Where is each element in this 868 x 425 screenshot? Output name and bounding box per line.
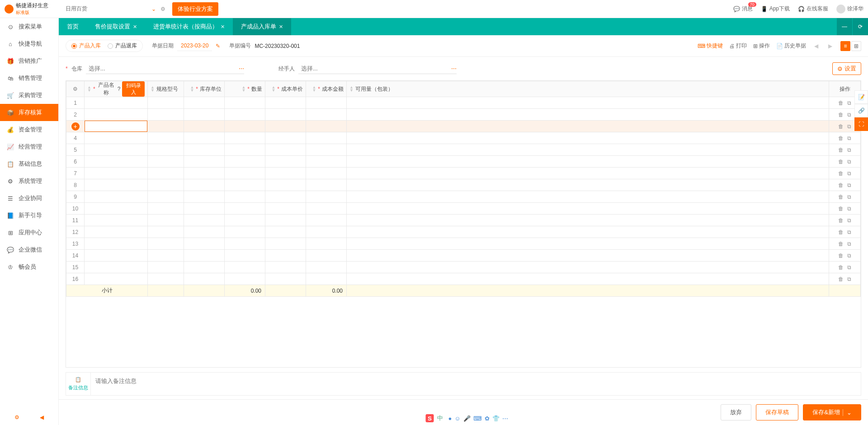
product-name-cell[interactable] (85, 238, 148, 250)
sort-icon[interactable]: ▲▼ (349, 86, 354, 92)
remarks-input[interactable] (91, 373, 861, 395)
copy-row-icon[interactable]: ⧉ (847, 100, 851, 106)
tab[interactable]: 进货单统计表（按商品）✕ (145, 18, 233, 35)
sidebar-item[interactable]: ⊙搜索菜单 (0, 18, 58, 35)
copy-row-icon[interactable]: ⧉ (847, 112, 851, 118)
delete-row-icon[interactable]: 🗑 (838, 252, 844, 259)
sidebar-item[interactable]: 📋基础信息 (0, 155, 58, 173)
print-link[interactable]: 🖨打印 (729, 42, 747, 50)
app-download-link[interactable]: 📱 App下载 (761, 5, 790, 13)
warehouse-select[interactable] (86, 63, 244, 74)
product-name-cell[interactable] (85, 156, 148, 168)
gear-icon[interactable]: ⚙ (160, 6, 165, 12)
discard-button[interactable]: 放弃 (721, 404, 751, 420)
sort-icon[interactable]: ▲▼ (190, 86, 194, 92)
add-row-button[interactable]: + (71, 122, 80, 131)
delete-row-icon[interactable]: 🗑 (838, 229, 844, 235)
delete-row-icon[interactable]: 🗑 (838, 194, 844, 200)
view-list-button[interactable]: ≡ (840, 41, 850, 51)
table-row[interactable]: 6🗑⧉ (66, 156, 861, 168)
tab[interactable]: 产成品入库单✕ (233, 18, 291, 35)
tab[interactable]: 首页 (59, 18, 87, 35)
table-row[interactable]: 14🗑⧉ (66, 250, 861, 262)
copy-row-icon[interactable]: ⧉ (847, 241, 851, 247)
copy-row-icon[interactable]: ⧉ (847, 170, 851, 177)
copy-row-icon[interactable]: ⧉ (847, 276, 851, 282)
sort-icon[interactable]: ▲▼ (271, 86, 275, 92)
save-draft-button[interactable]: 保存草稿 (756, 404, 798, 420)
product-name-cell[interactable] (85, 97, 148, 109)
table-row[interactable]: 11🗑⧉ (66, 215, 861, 226)
product-name-input[interactable] (85, 121, 147, 132)
close-icon[interactable]: ✕ (133, 24, 137, 30)
online-service-link[interactable]: 🎧 在线客服 (798, 5, 828, 13)
messages-link[interactable]: 💬 消息 70 (733, 5, 753, 13)
tab-minimize-button[interactable]: — (837, 18, 852, 35)
product-name-cell[interactable] (85, 262, 148, 273)
table-row[interactable]: 12🗑⧉ (66, 226, 861, 238)
product-name-cell[interactable] (85, 203, 148, 215)
setting-button[interactable]: ⚙设置 (832, 62, 861, 75)
prev-doc-button[interactable]: ◀ (812, 43, 820, 49)
sidebar-item[interactable]: 🎁营销推广 (0, 52, 58, 70)
product-name-cell[interactable] (85, 226, 148, 238)
delete-row-icon[interactable]: 🗑 (838, 135, 844, 141)
product-name-cell[interactable] (85, 215, 148, 226)
sidebar-item[interactable]: 💬企业微信 (0, 241, 58, 258)
copy-row-icon[interactable]: ⧉ (847, 194, 851, 200)
product-name-cell[interactable] (85, 168, 148, 179)
collapse-icon[interactable]: ◀ (40, 414, 44, 420)
next-doc-button[interactable]: ▶ (826, 43, 834, 49)
table-row[interactable]: 15🗑⧉ (66, 262, 861, 273)
try-industry-button[interactable]: 体验行业方案 (172, 2, 218, 16)
view-card-button[interactable]: ⊞ (851, 41, 861, 51)
copy-row-icon[interactable]: ⧉ (847, 159, 851, 165)
table-row[interactable]: 4🗑⧉ (66, 132, 861, 144)
user-menu[interactable]: 徐泽华 (836, 5, 863, 14)
sidebar-item[interactable]: ⚙系统管理 (0, 173, 58, 190)
org-selector[interactable]: 日用百货 ⌄ (66, 5, 156, 13)
doc-date-value[interactable]: 2023-03-20 (177, 41, 212, 51)
settings-icon[interactable]: ⚙ (14, 414, 19, 420)
product-name-cell[interactable] (85, 144, 148, 156)
table-row[interactable]: 2🗑⧉ (66, 109, 861, 121)
table-row[interactable]: 13🗑⧉ (66, 238, 861, 250)
table-row[interactable]: 1🗑⧉ (66, 97, 861, 109)
float-expand-button[interactable]: ⛶ (854, 117, 868, 131)
copy-row-icon[interactable]: ⧉ (847, 217, 851, 224)
tab-refresh-button[interactable]: ⟳ (853, 18, 868, 35)
delete-row-icon[interactable]: 🗑 (838, 170, 844, 177)
delete-row-icon[interactable]: 🗑 (838, 217, 844, 224)
help-icon[interactable]: ? (118, 86, 121, 92)
radio-product-out[interactable]: 产品退库 (108, 42, 137, 50)
table-row[interactable]: 7🗑⧉ (66, 168, 861, 179)
delete-row-icon[interactable]: 🗑 (838, 276, 844, 282)
copy-row-icon[interactable]: ⧉ (847, 252, 851, 259)
sort-icon[interactable]: ▲▼ (151, 86, 155, 92)
copy-row-icon[interactable]: ⧉ (847, 123, 851, 130)
close-icon[interactable]: ✕ (279, 24, 283, 30)
float-note-button[interactable]: 📝 (854, 90, 868, 104)
delete-row-icon[interactable]: 🗑 (838, 205, 844, 212)
table-row[interactable]: 8🗑⧉ (66, 179, 861, 191)
table-row[interactable]: 9🗑⧉ (66, 191, 861, 203)
tab[interactable]: 售价提取设置✕ (87, 18, 145, 35)
edit-icon[interactable]: ✎ (216, 43, 220, 49)
product-name-cell[interactable] (85, 179, 148, 191)
sort-icon[interactable]: ▲▼ (241, 86, 245, 92)
copy-row-icon[interactable]: ⧉ (847, 205, 851, 212)
sidebar-item[interactable]: 📈经营管理 (0, 138, 58, 155)
delete-row-icon[interactable]: 🗑 (838, 112, 844, 118)
table-row[interactable]: +🗑⧉ (66, 121, 861, 132)
delete-row-icon[interactable]: 🗑 (838, 100, 844, 106)
sidebar-item[interactable]: ⊞应用中心 (0, 224, 58, 241)
history-link[interactable]: 📄历史单据 (776, 42, 806, 50)
scan-input-button[interactable]: 扫码录入 (122, 81, 145, 97)
sidebar-item[interactable]: ⌂快捷导航 (0, 35, 58, 52)
product-name-cell[interactable] (85, 132, 148, 144)
copy-row-icon[interactable]: ⧉ (847, 135, 851, 141)
float-link-button[interactable]: 🔗 (854, 104, 868, 117)
product-name-cell[interactable] (85, 273, 148, 285)
operate-link[interactable]: ⊞操作 (753, 42, 770, 50)
table-row[interactable]: 16🗑⧉ (66, 273, 861, 285)
